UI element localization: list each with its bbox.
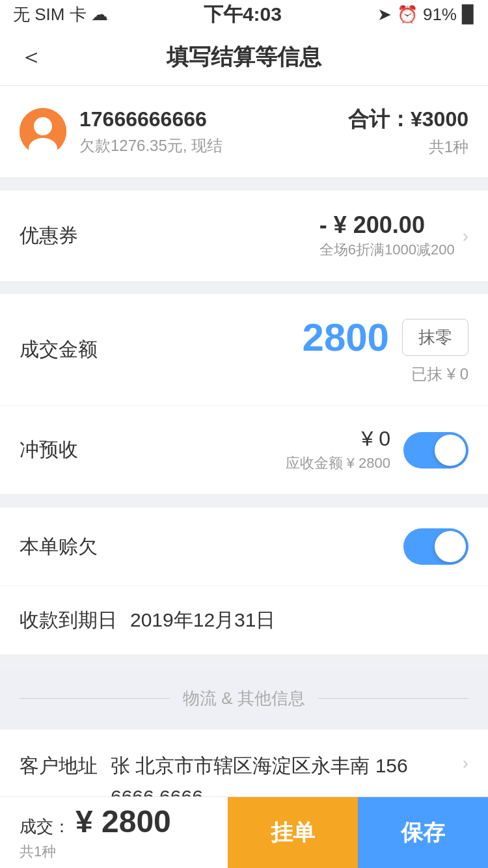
alarm-icon: ⏰ [397,5,418,25]
deal-amount-value-area: 2800 抹零 [303,315,468,360]
toggle-knob [435,435,466,466]
address-label: 客户地址 [20,750,98,780]
total-count: 共1种 [348,137,468,157]
bottom-total-label: 成交： [20,815,70,838]
avatar [20,108,66,155]
battery-status: 91% [423,5,457,25]
due-date-row: 收款到期日 2019年12月31日 [0,586,488,655]
status-time: 下午4:03 [204,1,282,28]
coupon-desc: 全场6折满1000减200 [319,239,455,260]
ben-dan-label: 本单赊欠 [20,534,98,560]
deal-amount-sub: 已抹 ¥ 0 [303,364,468,385]
logistics-line-left [20,698,170,699]
section-divider-3 [0,655,488,668]
deal-amount-label: 成交金额 [20,336,98,363]
chong-right: ¥ 0 应收金额 ¥ 2800 [286,427,468,473]
svg-point-1 [34,117,52,135]
status-right: ➤ ⏰ 91% ▉ [377,5,475,25]
avatar-icon [20,108,66,155]
logistics-title: 物流 & 其他信息 [183,687,305,710]
coupon-discount: - ¥ 200.00 [319,211,455,239]
bottom-bar: 成交： ¥ 2800 共1种 挂单 保存 [0,796,488,868]
save-button[interactable]: 保存 [358,797,488,869]
customer-card: 17666666666 欠款1276.35元, 现结 合计：¥3000 共1种 [0,86,488,177]
due-date-label: 收款到期日 [20,607,117,634]
bottom-total-row: 成交： ¥ 2800 [20,804,208,839]
hold-button[interactable]: 挂单 [228,797,358,869]
sim-status: 无 SIM 卡 ☁ [13,3,108,26]
status-left: 无 SIM 卡 ☁ [13,3,108,26]
customer-sub: 欠款1276.35元, 现结 [79,135,223,156]
ben-dan-row: 本单赊欠 [0,508,488,586]
round-button[interactable]: 抹零 [402,319,468,356]
back-button[interactable]: ＜ [20,41,43,73]
ben-dan-toggle-knob [435,531,466,562]
coupon-label: 优惠券 [20,223,78,249]
chong-pre-collect-toggle[interactable] [403,432,468,468]
customer-total: 合计：¥3000 共1种 [348,105,468,157]
deal-amount-value: 2800 [303,315,389,360]
chevron-right-icon: › [463,226,468,247]
logistics-header: 物流 & 其他信息 [0,668,488,729]
status-bar: 无 SIM 卡 ☁ 下午4:03 ➤ ⏰ 91% ▉ [0,0,488,29]
location-icon: ➤ [377,5,392,25]
ben-dan-section: 本单赊欠 收款到期日 2019年12月31日 [0,508,488,655]
chong-pre-collect-row: 冲预收 ¥ 0 应收金额 ¥ 2800 [0,406,488,495]
customer-phone: 17666666666 [79,107,223,131]
form-section: 成交金额 2800 抹零 已抹 ¥ 0 冲预收 ¥ 0 应收金额 ¥ 2800 [0,294,488,495]
bottom-total-amount: ¥ 2800 [75,804,171,839]
chong-amount: ¥ 0 [286,427,390,451]
customer-left: 17666666666 欠款1276.35元, 现结 [20,107,223,156]
nav-bar: ＜ 填写结算等信息 [0,29,488,86]
coupon-right: - ¥ 200.00 全场6折满1000减200 › [319,211,468,260]
customer-info: 17666666666 欠款1276.35元, 现结 [79,107,223,156]
deal-amount-right: 2800 抹零 已抹 ¥ 0 [303,315,468,385]
coupon-row[interactable]: 优惠券 - ¥ 200.00 全场6折满1000减200 › [0,190,488,281]
battery-icon: ▉ [462,5,475,25]
chong-amount-col: ¥ 0 应收金额 ¥ 2800 [286,427,390,473]
bottom-total: 成交： ¥ 2800 共1种 [0,804,228,861]
total-amount: 合计：¥3000 [348,105,468,134]
chong-sub: 应收金额 ¥ 2800 [286,454,390,473]
section-divider-1 [0,281,488,294]
address-chevron-icon: › [463,750,468,774]
deal-amount-row: 成交金额 2800 抹零 已抹 ¥ 0 [0,294,488,406]
logistics-line-right [318,698,468,699]
page-title: 填写结算等信息 [167,42,321,72]
due-date-value: 2019年12月31日 [130,607,275,634]
bottom-total-count: 共1种 [20,842,208,861]
ben-dan-toggle[interactable] [403,528,468,565]
chong-pre-collect-label: 冲预收 [20,437,78,463]
section-divider-2 [0,495,488,508]
